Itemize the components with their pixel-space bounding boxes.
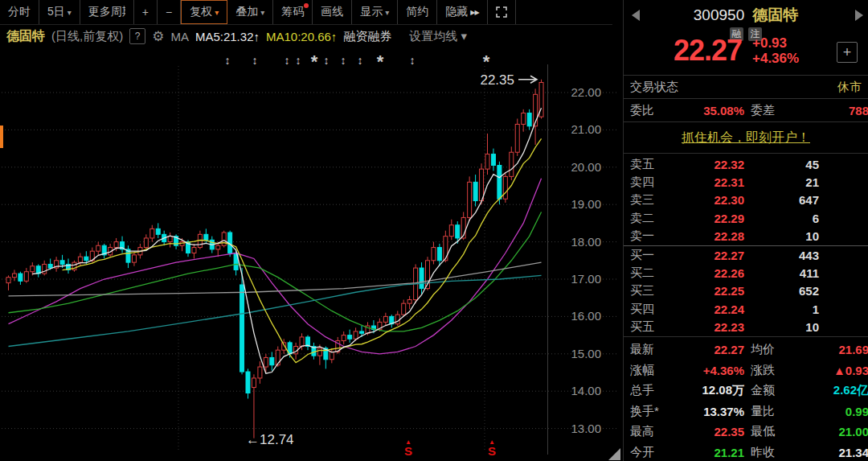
candle-body [240, 285, 244, 372]
candlestick-chart: 22.0021.0020.0019.0018.0017.0016.0015.00… [0, 48, 623, 461]
candle-body [497, 165, 502, 199]
orderbook-row[interactable]: 卖三22.30647 [624, 191, 868, 209]
orderbook-row[interactable]: 买三22.25652 [624, 282, 868, 300]
orderbook-cell: 卖三 [630, 192, 669, 208]
star-marker-icon: * [377, 51, 384, 72]
orderbook-cell: 买一 [630, 248, 669, 263]
stats-cell: 最新 [630, 342, 680, 357]
margin-trading-label[interactable]: 融资融券 [343, 29, 391, 44]
candle-body [522, 113, 526, 125]
toolbar-label: 画线 [321, 5, 343, 19]
candle-body [204, 234, 208, 240]
fullscreen-icon [496, 6, 507, 18]
orderbook-cell: 22.27 [669, 249, 744, 262]
candle-body [360, 331, 364, 333]
toolbar-label: 筹码 [281, 5, 304, 19]
stats-row: 换手*13.37%量比0.99 [624, 401, 868, 422]
orderbook-row[interactable]: 卖一22.2810 [624, 228, 868, 245]
candle-body [510, 152, 514, 176]
toolbar-button-hide[interactable]: 隐藏▶▶ [437, 0, 487, 24]
ma10-legend: MA10:20.66↑ [266, 30, 337, 43]
prev-stock-button[interactable] [632, 10, 640, 21]
y-axis-label: 19.00 [571, 197, 601, 211]
orderbook-cell: 647 [744, 193, 819, 207]
high-annotation: 22.35 [480, 72, 514, 88]
open-account-link[interactable]: 抓住机会，即刻开户！ [682, 130, 810, 146]
toolbar-button-draw-line[interactable]: 画线 [313, 0, 352, 24]
orderbook-row[interactable]: 卖四22.3121 [624, 173, 868, 191]
stock-name: 德固特 [752, 5, 798, 26]
add-to-watchlist-button[interactable]: + [837, 42, 858, 63]
toolbar-button-simple[interactable]: 简约 [398, 0, 437, 24]
stats-row: 总手12.08万金额2.62亿 [624, 381, 868, 401]
orderbook-cell: 22.32 [669, 158, 744, 171]
stats-cell: ▲0.93 [800, 364, 868, 377]
candle-body [60, 261, 64, 265]
price-change: +0.93 +4.36% [752, 35, 799, 66]
candle-body [395, 315, 399, 324]
weibi-label: 委比 [630, 103, 680, 118]
gear-icon[interactable]: ⚙ [152, 28, 164, 45]
orderbook-row[interactable]: 买五22.2310 [624, 319, 868, 336]
toolbar-button-minute[interactable]: 分时 [0, 0, 39, 24]
toolbar-button-zoom-out[interactable]: − [158, 0, 181, 24]
toolbar-button-display[interactable]: 显示▾ [352, 0, 398, 24]
toolbar-button-fullscreen[interactable] [488, 0, 516, 24]
next-stock-button[interactable] [855, 10, 863, 21]
orderbook-row[interactable]: 买二22.26411 [624, 264, 868, 282]
quote-panel: 300950 德固特 融注 22.27 +0.93 +4.36% + 交易状态 … [623, 0, 868, 461]
trade-status-value: 休市 [837, 80, 862, 95]
toolbar-label: 显示 [360, 5, 383, 19]
toolbar-label: − [166, 6, 172, 19]
candle-body [342, 335, 346, 341]
chevron-down-icon: ▾ [385, 8, 389, 17]
toolbar-label: 5日 [47, 5, 65, 19]
toolbar-button-adjust[interactable]: 复权▾ [181, 0, 227, 24]
toolbar: 分时5日▾更多周期+−复权▾叠加▾筹码画线显示▾简约隐藏▶▶ [0, 0, 612, 25]
candle-body [354, 331, 358, 339]
candle-body [432, 248, 436, 261]
candle-body [473, 182, 477, 200]
candle-body [18, 274, 23, 281]
toolbar-button-more-period[interactable]: 更多周期 [80, 0, 134, 24]
toolbar-button-zoom-in[interactable]: + [134, 0, 158, 24]
stats-cell: 最低 [751, 424, 800, 439]
chart-area[interactable]: 22.0021.0020.0019.0018.0017.0016.0015.00… [0, 48, 623, 461]
promo-row: 抓住机会，即刻开户！ [624, 121, 868, 153]
ma-settings-button[interactable]: 设置均线 ▾ [409, 29, 467, 44]
candle-body [456, 225, 460, 238]
help-icon[interactable]: ? [129, 28, 145, 44]
stats-cell: 今开 [630, 445, 680, 460]
candle-body [485, 154, 489, 170]
resize-corner-handle[interactable] [608, 448, 620, 460]
updown-arrow-marker-icon: ↕ [324, 54, 330, 67]
orderbook-cell: 22.25 [669, 284, 744, 298]
stats-cell: 12.08万 [680, 383, 744, 398]
toolbar-button-chips[interactable]: 筹码 [273, 0, 313, 24]
toolbar-button-five-day[interactable]: 5日▾ [39, 0, 80, 24]
stats-cell: 22.27 [680, 343, 744, 356]
toolbar-button-overlay[interactable]: 叠加▾ [227, 0, 273, 24]
orderbook-cell: 22.28 [669, 229, 744, 243]
signal-s-marker: S [488, 444, 496, 458]
orderbook-row[interactable]: 买一22.27443 [624, 245, 868, 264]
updown-arrow-marker-icon: ↕ [296, 54, 301, 67]
stats-cell: 最高 [630, 424, 680, 439]
orderbook-cell: 卖五 [630, 157, 669, 172]
candle-body [24, 272, 28, 282]
y-axis-label: 21.00 [571, 122, 601, 136]
orderbook-row[interactable]: 买四22.241 [624, 300, 868, 318]
orderbook-row[interactable]: 卖二22.296 [624, 209, 868, 227]
low-annotation: ←12.74 [246, 432, 294, 447]
stats-cell: 2.62亿 [800, 383, 868, 398]
chart-mode-label: (日线,前复权) [51, 29, 123, 44]
change-value: +0.93 [752, 35, 799, 51]
candle-body [114, 242, 118, 248]
orderbook-cell: 卖一 [630, 228, 669, 244]
orderbook-row[interactable]: 卖五22.3245 [624, 155, 868, 173]
updown-arrow-marker-icon: ↕ [358, 54, 363, 67]
candle-body [168, 237, 172, 242]
toolbar-label: 更多周期 [88, 5, 125, 19]
candle-body [156, 228, 160, 234]
candle-body [48, 264, 52, 268]
